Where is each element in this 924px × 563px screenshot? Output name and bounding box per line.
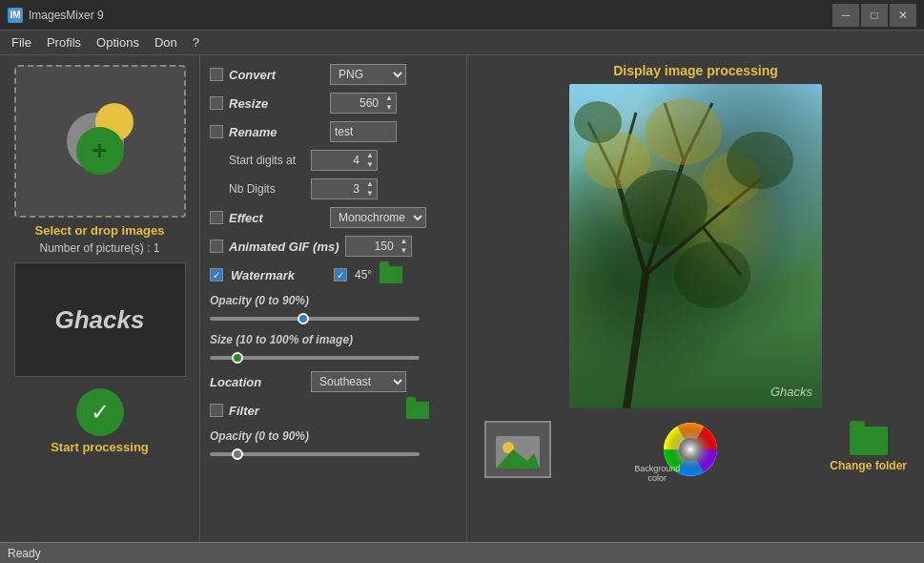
- tree-svg: [569, 84, 822, 408]
- start-digits-row: Start digits at ▲ ▼: [210, 149, 457, 172]
- location-row: Location NorthwestNorthNortheast WestCen…: [210, 370, 457, 393]
- drop-area[interactable]: +: [14, 65, 186, 218]
- animated-gif-input[interactable]: [345, 236, 398, 257]
- image-thumbnail[interactable]: [484, 421, 551, 478]
- menu-don[interactable]: Don: [147, 33, 185, 52]
- resize-up[interactable]: ▲: [382, 94, 396, 103]
- effect-select[interactable]: MonochromeSepiaBlurSharpen: [330, 207, 426, 228]
- select-label: Select or drop images: [35, 223, 165, 238]
- convert-format-select[interactable]: PNGJPGBMPGIFTIFF: [330, 64, 406, 85]
- change-folder-button[interactable]: Change folder: [830, 427, 907, 472]
- svg-point-13: [574, 101, 622, 143]
- animated-gif-row: Animated GIF (ms) ▲ ▼: [210, 235, 457, 258]
- opacity2-container: Opacity (0 to 90%): [210, 427, 457, 461]
- convert-checkbox[interactable]: [210, 68, 223, 81]
- close-button[interactable]: ✕: [890, 4, 916, 27]
- filter-checkbox[interactable]: [210, 404, 223, 417]
- rename-checkbox[interactable]: [210, 125, 223, 138]
- convert-label: Convert: [229, 68, 324, 82]
- plus-green-icon: +: [76, 127, 124, 175]
- opacity1-container: Opacity (0 to 90%): [210, 292, 457, 325]
- watermark-folder-button[interactable]: [380, 266, 402, 283]
- resize-spin-buttons: ▲ ▼: [382, 93, 397, 114]
- svg-line-0: [626, 275, 646, 408]
- change-folder-icon: [850, 427, 888, 455]
- size-slider[interactable]: [210, 356, 420, 360]
- status-text: Ready: [8, 547, 41, 560]
- animated-gif-down[interactable]: ▼: [398, 246, 411, 256]
- check-icon: ✓: [76, 388, 124, 436]
- filter-folder-button[interactable]: [406, 402, 429, 419]
- middle-panel: Convert PNGJPGBMPGIFTIFF Resize ▲ ▼ Rena…: [200, 55, 467, 542]
- animated-gif-label: Animated GIF (ms): [229, 240, 339, 254]
- location-label: Location: [210, 375, 305, 389]
- main-content: + Select or drop images Number of pictur…: [0, 55, 924, 542]
- resize-checkbox[interactable]: [210, 96, 223, 110]
- nb-digits-input[interactable]: [311, 178, 363, 199]
- filter-label: Filter: [229, 404, 324, 418]
- nb-digits-spin-buttons: ▲ ▼: [363, 178, 378, 199]
- watermark-overlay-text: Ghacks: [770, 385, 812, 399]
- start-digits-down[interactable]: ▼: [363, 160, 377, 170]
- maximize-button[interactable]: □: [861, 4, 888, 27]
- start-digits-label: Start digits at: [210, 154, 305, 167]
- animated-gif-spinner: ▲ ▼: [345, 236, 412, 257]
- animated-gif-spin-buttons: ▲ ▼: [398, 236, 412, 257]
- resize-input[interactable]: [330, 93, 382, 114]
- start-processing-button[interactable]: ✓ Start processing: [51, 388, 149, 454]
- titlebar: IM ImagesMixer 9 ─ □ ✕: [0, 0, 924, 31]
- drop-icon: +: [62, 103, 138, 179]
- opacity2-slider[interactable]: [210, 452, 420, 456]
- watermark-preview: Ghacks: [14, 262, 186, 377]
- window-controls: ─ □ ✕: [832, 4, 916, 27]
- svg-point-16: [674, 241, 750, 308]
- start-digits-up[interactable]: ▲: [363, 151, 377, 160]
- size-label: Size (10 to 100% of image): [210, 333, 457, 346]
- nb-digits-spinner: ▲ ▼: [311, 178, 378, 199]
- resize-label: Resize: [229, 96, 324, 111]
- window-title: ImagesMixer 9: [29, 9, 832, 22]
- watermark-label: Watermark: [231, 268, 326, 282]
- effect-checkbox[interactable]: [210, 211, 223, 224]
- animated-gif-checkbox[interactable]: [210, 240, 223, 253]
- image-preview: Ghacks: [569, 84, 822, 408]
- minimize-button[interactable]: ─: [832, 4, 859, 27]
- watermark-checkbox[interactable]: [210, 268, 223, 282]
- right-panel: Display image processing: [467, 55, 924, 542]
- nb-digits-up[interactable]: ▲: [363, 179, 377, 189]
- statusbar: Ready: [0, 542, 924, 563]
- display-title: Display image processing: [613, 63, 778, 78]
- opacity1-slider[interactable]: [210, 317, 420, 321]
- bottom-tools: Backgroundcolor Change folder: [475, 416, 916, 483]
- resize-spinner: ▲ ▼: [330, 93, 397, 114]
- resize-down[interactable]: ▼: [382, 103, 396, 113]
- filter-row: Filter: [210, 399, 457, 422]
- nb-digits-down[interactable]: ▼: [363, 189, 377, 198]
- start-label: Start processing: [51, 440, 149, 454]
- rename-row: Rename: [210, 120, 457, 143]
- menu-file[interactable]: File: [4, 33, 39, 52]
- nb-digits-label: Nb Digits: [210, 182, 305, 196]
- effect-label: Effect: [229, 211, 324, 225]
- menu-profils[interactable]: Profils: [39, 33, 89, 52]
- opacity2-label: Opacity (0 to 90%): [210, 429, 457, 443]
- menu-help[interactable]: ?: [185, 33, 207, 52]
- opacity1-label: Opacity (0 to 90%): [210, 294, 457, 307]
- picture-count: Number of picture(s) : 1: [39, 241, 159, 255]
- nb-digits-row: Nb Digits ▲ ▼: [210, 177, 457, 200]
- location-select[interactable]: NorthwestNorthNortheast WestCenterEast S…: [311, 371, 406, 392]
- menu-options[interactable]: Options: [89, 33, 147, 52]
- rename-label: Rename: [229, 125, 324, 139]
- convert-row: Convert PNGJPGBMPGIFTIFF: [210, 63, 457, 86]
- deg-label: 45°: [355, 268, 372, 282]
- thumb-icon-svg: [494, 428, 542, 470]
- svg-point-14: [622, 170, 708, 246]
- color-wheel[interactable]: Backgroundcolor: [657, 416, 724, 483]
- left-panel: + Select or drop images Number of pictur…: [0, 55, 200, 542]
- animated-gif-up[interactable]: ▲: [398, 237, 411, 246]
- svg-point-11: [646, 98, 722, 165]
- start-digits-input[interactable]: [311, 150, 363, 171]
- rename-input[interactable]: [330, 121, 397, 142]
- watermark-deg-checkbox[interactable]: [334, 268, 347, 282]
- svg-point-15: [727, 132, 793, 189]
